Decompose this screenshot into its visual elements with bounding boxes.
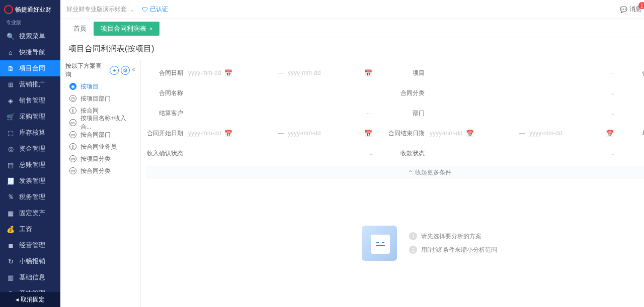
scheme-item-contract-cat[interactable]: ▭按合同分类 — [60, 165, 140, 177]
name-input[interactable] — [188, 86, 373, 99]
nav-basic[interactable]: ▥基础信息 — [0, 269, 60, 285]
end-from-input[interactable] — [430, 127, 515, 140]
tab-report[interactable]: 项目合同利润表 × — [94, 22, 159, 36]
msg-badge: 1 — [638, 2, 644, 9]
start-to-input[interactable] — [288, 127, 373, 140]
nav-ledger[interactable]: ▤总账管理 — [0, 157, 60, 173]
messages-button[interactable]: 💬 消息 1 — [620, 5, 641, 14]
shield-icon: 🛡 — [142, 6, 148, 13]
nav-project-contract[interactable]: 🗎项目合同 — [0, 60, 60, 76]
field-label: 收款状态 — [386, 149, 430, 158]
nav-label: 资金管理 — [19, 144, 45, 153]
tenant-selector[interactable]: 好业财专业版演示账套 — [66, 5, 127, 14]
filter-area: 查询 设置 合同日期 📅 — 📅 项目··· 合同编码— — [141, 60, 644, 307]
scheme-label: 按项目部门 — [80, 94, 111, 103]
badge-icon: ◈ — [7, 97, 14, 104]
field-label: 单据状态 — [628, 129, 644, 138]
pin-icon: ◂ — [16, 296, 19, 303]
pay-status-select[interactable]: ⌄ — [430, 147, 615, 160]
nav-purchase[interactable]: 🛒采购管理 — [0, 109, 60, 125]
field-label: 项目 — [386, 69, 430, 77]
nav-sales[interactable]: ◈销售管理 — [0, 92, 60, 109]
range-dash: — — [515, 130, 529, 137]
chevron-down-icon: ⌄ — [610, 90, 615, 96]
end-to-input[interactable] — [529, 127, 615, 140]
add-scheme-button[interactable]: + — [110, 66, 119, 75]
nav-label: 税务管理 — [19, 192, 45, 201]
nav-quick[interactable]: ⌂快捷导航 — [0, 44, 60, 60]
nav-label: 快捷导航 — [19, 48, 45, 57]
nav-tax[interactable]: ％税务管理 — [0, 189, 60, 205]
date-from-input[interactable] — [188, 66, 274, 79]
tab-label: 首页 — [73, 24, 87, 33]
unpin-button[interactable]: ◂取消固定 — [0, 292, 60, 307]
nav-ops[interactable]: ≣经营管理 — [0, 237, 60, 253]
scheme-label: 按项目 — [80, 82, 99, 91]
building-icon: ▦ — [7, 210, 14, 217]
nav-label: 采购管理 — [19, 112, 45, 121]
nav-expense[interactable]: ↻小畅报销 — [0, 253, 60, 269]
field-end-date: 合同结束日期 📅 — 📅 — [386, 127, 628, 140]
collapse-label: 收起更多条件 — [415, 168, 451, 177]
field-label: 客户 — [628, 89, 644, 97]
start-from-input[interactable] — [188, 127, 274, 140]
nav-inventory[interactable]: ⬚库存核算 — [0, 125, 60, 141]
nav-invoice[interactable]: 🧾发票管理 — [0, 173, 60, 189]
page-title: 项目合同利润表(按项目) — [68, 44, 154, 54]
cart-icon: 🛒 — [7, 113, 14, 120]
gift-icon: ⊞ — [7, 81, 14, 88]
nav-search[interactable]: 🔍搜索菜单 — [0, 28, 60, 44]
nav-marketing[interactable]: ⊞营销推广 — [0, 76, 60, 92]
field-contract-date: 合同日期 📅 — 📅 — [145, 66, 386, 79]
chevron-down-icon: ⌄ — [369, 150, 373, 157]
search-icon: 🔍 — [7, 33, 14, 40]
field-label: 业务员 — [628, 109, 644, 118]
page-header: 项目合同利润表(按项目) ⇲导出 ⟳刷新 — [60, 38, 644, 60]
dept-select[interactable]: ⌄ — [430, 107, 615, 120]
tabbar: 首页 项目合同利润表 × ◂ ▸ × ⛶ — [60, 19, 644, 38]
brand-name: 畅捷通好业财 — [15, 6, 51, 14]
close-icon[interactable]: × — [149, 26, 152, 32]
refresh-icon: ↻ — [7, 258, 14, 265]
collapse-filters-button[interactable]: ⌃ 收起更多条件 — [146, 166, 644, 179]
tab-label: 项目合同利润表 — [101, 24, 146, 33]
field-dept: 部门⌄ — [386, 107, 628, 120]
nav-system[interactable]: ⚙系统管理 — [0, 285, 60, 292]
chevron-down-icon[interactable]: ⌄ — [130, 6, 135, 13]
chat-icon: 💬 — [620, 6, 627, 13]
unpin-label: 取消固定 — [21, 295, 45, 304]
project-picker[interactable]: ··· — [430, 66, 615, 79]
main-area: 好业财专业版演示账套 ⌄ 🛡 已认证 💬 消息 1 📱 App下载 珠珠 — [60, 0, 644, 307]
income-status-select[interactable]: ⌄ — [188, 147, 373, 160]
doc-icon: ▭ — [69, 131, 76, 138]
scheme-item-salesman[interactable]: ⫿按合同业务员 — [60, 141, 140, 153]
step-number: 1 — [409, 232, 417, 240]
target-icon: ◉ — [69, 83, 76, 90]
range-dash: — — [274, 69, 288, 76]
nav-salary[interactable]: 💰工资 — [0, 221, 60, 237]
nav-assets[interactable]: ▦固定资产 — [0, 205, 60, 221]
field-contract-code: 合同编码— — [628, 66, 644, 79]
scheme-item-name-income[interactable]: ▭按项目名称+收入合... — [60, 117, 140, 129]
nav-label: 搜索菜单 — [19, 32, 45, 41]
date-to-input[interactable] — [288, 66, 373, 79]
collapse-panel-button[interactable]: « — [132, 66, 135, 75]
scheme-header-label: 按以下方案查询 — [65, 62, 107, 79]
sidebar-nav: 🔍搜索菜单 ⌂快捷导航 🗎项目合同 ⊞营销推广 ◈销售管理 🛒采购管理 ⬚库存核… — [0, 28, 60, 292]
tab-home[interactable]: 首页 — [66, 22, 94, 36]
receipt-icon: 🧾 — [7, 177, 14, 184]
field-label: 合同结束日期 — [386, 129, 430, 138]
category-select[interactable]: ⌄ — [430, 86, 615, 99]
scheme-item-proj-cat[interactable]: ▭按项目分类 — [60, 153, 140, 165]
field-label: 合同编码 — [628, 69, 644, 77]
field-label: 合同日期 — [145, 69, 188, 77]
nav-label: 基础信息 — [19, 273, 45, 282]
field-label: 结算客户 — [145, 109, 188, 118]
nav-funds[interactable]: ◎资金管理 — [0, 141, 60, 157]
doc-icon: ▭ — [69, 167, 76, 174]
more-icon: ··· — [608, 69, 615, 76]
settle-picker[interactable]: ··· — [188, 107, 373, 120]
scheme-settings-button[interactable]: ⚙ — [121, 66, 130, 75]
scheme-item-project[interactable]: ◉按项目 — [60, 80, 140, 92]
scheme-item-proj-dept[interactable]: ◷按项目部门 — [60, 92, 140, 105]
